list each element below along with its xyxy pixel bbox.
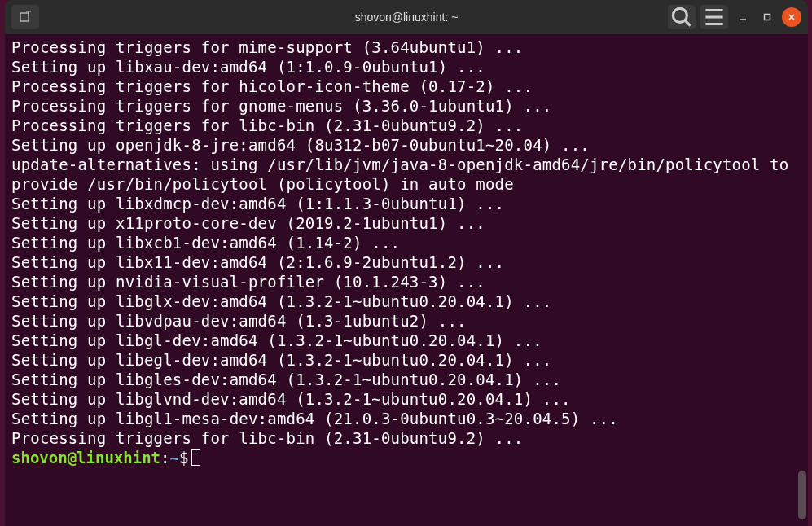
menu-button[interactable] [700,5,728,29]
minimize-button[interactable] [733,7,753,27]
terminal-body[interactable]: Processing triggers for mime-support (3.… [5,34,808,526]
terminal-output-line: Processing triggers for hicolor-icon-the… [11,77,801,96]
maximize-icon [763,13,771,21]
terminal-output-line: Setting up x11proto-core-dev (2019.2-1ub… [11,213,801,233]
svg-line-4 [685,20,690,25]
terminal-output-line: Setting up libegl-dev:amd64 (1.3.2-1~ubu… [11,350,801,370]
search-button[interactable] [668,5,696,29]
terminal-output-line: Setting up libglvnd-dev:amd64 (1.3.2-1~u… [11,389,801,409]
close-button[interactable] [782,7,801,27]
terminal-output-line: Setting up libxcb1-dev:amd64 (1.14-2) ..… [11,233,801,252]
new-tab-button[interactable] [11,5,39,29]
terminal-output-line: Setting up libgl1-mesa-dev:amd64 (21.0.3… [11,409,801,428]
terminal-output-line: Processing triggers for libc-bin (2.31-0… [11,428,801,448]
prompt-line: shovon@linuxhint:~$ [11,448,801,467]
prompt-colon: : [160,448,169,467]
search-icon [668,3,696,31]
terminal-output-line: Processing triggers for gnome-menus (3.3… [11,96,801,116]
cursor [191,449,200,466]
terminal-output-line: Setting up libxdmcp-dev:amd64 (1:1.1.3-0… [11,194,801,213]
close-icon [788,13,796,21]
terminal-output-line: Setting up libxau-dev:amd64 (1:1.0.9-0ub… [11,57,801,77]
minimize-icon [739,13,747,21]
hamburger-icon [700,3,728,31]
scrollbar-thumb[interactable] [798,471,806,519]
terminal-output-line: Setting up libglx-dev:amd64 (1.3.2-1~ubu… [11,291,801,311]
terminal-output-line: Processing triggers for libc-bin (2.31-0… [11,116,801,135]
new-tab-icon [19,11,32,24]
svg-rect-9 [765,15,770,20]
terminal-window: shovon@linuxhint: ~ [5,0,808,526]
svg-point-3 [673,8,687,22]
titlebar: shovon@linuxhint: ~ [5,0,808,34]
prompt-dollar: $ [179,448,188,467]
window-title: shovon@linuxhint: ~ [355,11,459,24]
prompt-path: ~ [169,448,178,467]
prompt-user-host: shovon@linuxhint [11,448,160,467]
terminal-output-line: Setting up libgles-dev:amd64 (1.3.2-1~ub… [11,370,801,389]
titlebar-right [668,5,801,29]
svg-rect-0 [20,13,29,21]
terminal-output-line: Setting up nvidia-visual-profiler (10.1.… [11,272,801,291]
terminal-output-line: Setting up libvdpau-dev:amd64 (1.3-1ubun… [11,311,801,331]
terminal-output-line: update-alternatives: using /usr/lib/jvm/… [11,155,801,194]
maximize-button[interactable] [757,7,777,27]
terminal-output-line: Setting up libx11-dev:amd64 (2:1.6.9-2ub… [11,252,801,272]
terminal-output-line: Processing triggers for mime-support (3.… [11,37,801,57]
terminal-output-line: Setting up openjdk-8-jre:amd64 (8u312-b0… [11,135,801,155]
terminal-output-line: Setting up libgl-dev:amd64 (1.3.2-1~ubun… [11,331,801,350]
titlebar-left [11,5,42,29]
